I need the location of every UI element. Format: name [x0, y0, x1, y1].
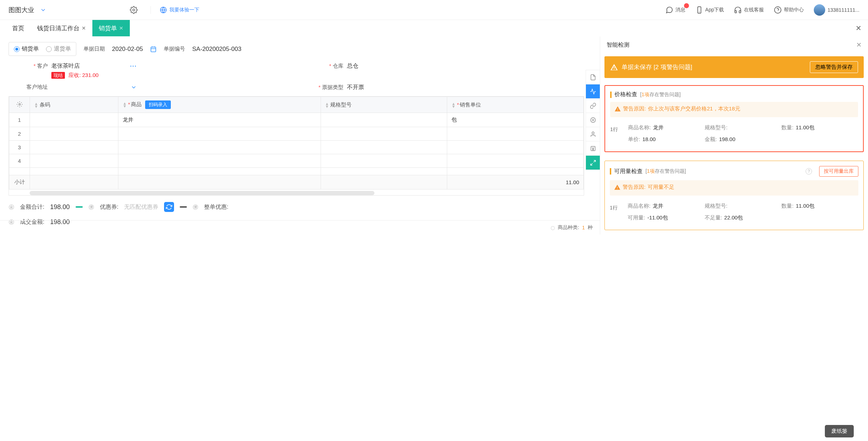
scan-input-button[interactable]: 扫码录入	[145, 100, 171, 109]
svg-point-0	[133, 9, 135, 11]
user-menu[interactable]: 1338111111...	[814, 4, 859, 16]
table-row[interactable]	[9, 168, 584, 175]
topbar-right: 消息 App下载 在线客服 帮助中心 1338111111...	[665, 4, 859, 16]
customer-addr-input[interactable]	[51, 84, 137, 90]
warning-banner-text: 单据未保存 [2 项警告问题]	[622, 63, 692, 71]
kinds-suffix: 种	[588, 224, 593, 231]
radio-unchecked-icon	[46, 46, 52, 52]
radio-sales-label: 销货单	[22, 45, 39, 53]
svg-line-18	[591, 163, 592, 165]
discount-icon: ㊝	[193, 203, 198, 211]
receivable-info: 现结 应收: 231.00	[51, 72, 304, 79]
kinds-value: 1	[582, 225, 585, 230]
col-settings[interactable]	[9, 97, 30, 113]
coupon-label: 优惠券:	[100, 203, 118, 211]
tool-doc-icon[interactable]	[586, 70, 600, 84]
customer-input[interactable]: 老张茶叶店 ···	[51, 62, 137, 70]
coupon-icon: ㊝	[88, 203, 94, 211]
tool-link-icon[interactable]	[586, 99, 600, 113]
receivable-value: 231.00	[82, 72, 99, 78]
svg-point-13	[19, 103, 20, 105]
col-barcode[interactable]: ▲▼条码	[30, 97, 118, 113]
warn-reason-label: 警告原因:	[623, 184, 645, 191]
warning-detail: 1行 商品名称:龙井 规格型号: 数量:11.00包 可用量:-11.00包 不…	[610, 199, 858, 225]
close-icon[interactable]: ✕	[82, 25, 86, 31]
doc-header-row: 销货单 退货单 单据日期 2020-02-05 单据编号 SA-20200205…	[9, 42, 600, 56]
tool-chart-icon[interactable]	[586, 84, 600, 99]
warehouse-input[interactable]: 总仓	[347, 62, 433, 70]
availability-check-title: 可用量检查	[614, 168, 643, 175]
smart-check-panel: 智能检测 ✕ 单据未保存 [2 项警告问题] 忽略警告并保存 价格检查 [1项存…	[600, 36, 868, 234]
help-center-link[interactable]: 帮助中心	[774, 6, 804, 14]
table-row[interactable]: 4	[9, 154, 584, 168]
warn-reason-label: 警告原因:	[623, 105, 646, 112]
tab-home-label: 首页	[12, 24, 24, 32]
online-service-link[interactable]: 在线客服	[734, 6, 764, 14]
tab-daily-label: 钱货日清工作台	[37, 24, 80, 32]
horizontal-scrollbar[interactable]	[30, 191, 374, 195]
tabbar: 首页 钱货日清工作台✕ 销货单✕ ✕	[0, 20, 868, 36]
tool-yen-icon[interactable]	[586, 141, 600, 156]
left-pane: 销货单 退货单 单据日期 2020-02-05 单据编号 SA-20200205…	[0, 36, 600, 234]
col-spec[interactable]: ▲▼规格型号	[321, 97, 447, 113]
side-toolbar	[586, 70, 600, 170]
amount-total-value: 198.00	[50, 203, 70, 211]
doc-date-value[interactable]: 2020-02-05	[112, 46, 143, 53]
radio-return-label: 退货单	[54, 45, 71, 53]
refresh-button[interactable]	[164, 202, 174, 212]
ship-by-available-button[interactable]: 按可用量出库	[819, 166, 858, 177]
row-number: 1行	[610, 124, 628, 143]
table-row[interactable]: 1龙井包	[9, 113, 584, 127]
radio-checked-icon	[14, 46, 20, 52]
svg-point-15	[592, 132, 594, 134]
try-link-text: 我要体验一下	[169, 7, 199, 13]
warehouse-label: 仓库	[304, 63, 343, 69]
tool-swap-icon[interactable]	[586, 113, 600, 127]
warehouse-value: 总仓	[347, 62, 358, 70]
tool-person-icon[interactable]	[586, 127, 600, 141]
tool-expand-icon[interactable]	[586, 156, 600, 170]
col-unit[interactable]: ▲▼*销售单位	[447, 97, 584, 113]
price-check-section: 价格检查 [1项存在警告问题] 警告原因: 你上次与该客户交易价格21，本次18…	[604, 85, 864, 152]
tab-sales-label: 销货单	[99, 24, 117, 32]
close-icon[interactable]: ✕	[856, 41, 862, 49]
totals-row: ㊎ 金额合计: 198.00 ㊝ 优惠券: 无匹配优惠券 ㊝ 整单优惠:	[9, 196, 600, 218]
tab-sales[interactable]: 销货单✕	[92, 20, 130, 36]
subtotal-row: 小计11.00	[9, 175, 584, 190]
more-icon[interactable]: ···	[130, 63, 137, 69]
customer-value: 老张茶叶店	[51, 62, 80, 70]
invoice-type-label: 票据类型	[304, 84, 343, 91]
main: 销货单 退货单 单据日期 2020-02-05 单据编号 SA-20200205…	[0, 36, 868, 234]
calendar-icon[interactable]	[150, 46, 157, 52]
items-table: ▲▼条码 ▲▼*商品扫码录入 ▲▼规格型号 ▲▼*销售单位 1龙井包 2 3 4…	[9, 96, 584, 196]
close-panel-button[interactable]: ✕	[849, 20, 868, 36]
company-selector[interactable]: 图图大业	[9, 6, 46, 14]
messages-link[interactable]: 消息	[665, 6, 685, 14]
tab-home[interactable]: 首页	[6, 20, 31, 36]
tab-daily[interactable]: 钱货日清工作台✕	[31, 20, 92, 36]
col-product[interactable]: ▲▼*商品扫码录入	[118, 97, 321, 113]
warning-banner: 单据未保存 [2 项警告问题] 忽略警告并保存	[604, 56, 864, 78]
info-icon: ◌	[551, 225, 555, 230]
customer-addr-label: 客户地址	[9, 84, 48, 90]
doc-no-value: SA-20200205-003	[192, 46, 241, 53]
company-name: 图图大业	[9, 6, 34, 14]
table-row[interactable]: 3	[9, 141, 584, 154]
section-bar-icon	[610, 168, 611, 175]
radio-sales[interactable]: 销货单	[14, 45, 39, 53]
coupon-placeholder[interactable]: 无匹配优惠券	[124, 203, 158, 211]
price-check-title: 价格检查	[614, 91, 637, 98]
help-icon[interactable]: ?	[806, 168, 812, 175]
app-download-link[interactable]: App下载	[695, 6, 724, 14]
radio-return[interactable]: 退货单	[46, 45, 71, 53]
try-experience-link[interactable]: 我要体验一下	[150, 6, 199, 14]
gear-icon[interactable]	[130, 6, 138, 14]
row-number: 1行	[610, 203, 628, 221]
panel-title: 智能检测	[607, 41, 629, 49]
table-row[interactable]: 2	[9, 127, 584, 141]
invoice-type-input[interactable]: 不开票	[347, 84, 433, 91]
close-icon[interactable]: ✕	[119, 25, 123, 31]
ignore-save-button[interactable]: 忽略警告并保存	[810, 61, 858, 73]
avatar	[814, 4, 825, 16]
dash-divider-icon	[76, 206, 83, 208]
